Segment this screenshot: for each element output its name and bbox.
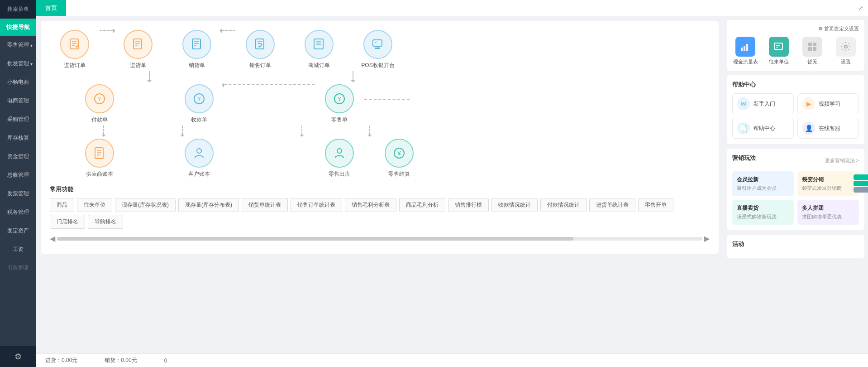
arrow-down-payin: [182, 126, 183, 135]
invoice-label: 发票管理: [7, 190, 29, 198]
sidebar-item-finance[interactable]: 资金管理: [0, 147, 36, 166]
node-sales-order[interactable]: 销售订单: [235, 30, 285, 69]
marketing-header: 营销玩法 更多营销玩法 >: [732, 154, 859, 167]
func-btn-guide-rank[interactable]: 导购排名: [88, 215, 123, 229]
sidebar-item-assets[interactable]: 固定资产: [0, 222, 36, 240]
node-mall-order[interactable]: 商城订单: [294, 30, 344, 69]
help-item-service[interactable]: 👤 在线客服: [797, 118, 859, 139]
flow-card: 进货订单 进货单: [41, 21, 719, 254]
node-purchase-order[interactable]: 进货订单: [50, 30, 100, 69]
node-retail-settle[interactable]: ¥ 零售结算: [374, 139, 424, 178]
sidebar-item-ec-mgmt[interactable]: 电商管理: [0, 92, 36, 110]
customer-account-icon: [185, 139, 214, 168]
node-pos[interactable]: POS收银开台: [353, 30, 403, 69]
node-retail[interactable]: ¥ 零售单: [315, 84, 364, 124]
float-btn-service[interactable]: 客服热线: [854, 174, 868, 180]
node-retail-warehouse[interactable]: 零售出库: [315, 139, 364, 178]
quick-item-partners[interactable]: 往来单位: [766, 37, 792, 65]
func-btn-purchase-stat[interactable]: 进货单统计表: [589, 198, 635, 212]
sidebar-settings[interactable]: ⚙: [0, 346, 36, 367]
svg-rect-15: [314, 39, 323, 49]
more-marketing-link[interactable]: 更多营销玩法 >: [825, 157, 859, 164]
sidebar-search[interactable]: 搜索菜单: [0, 0, 36, 19]
svg-rect-19: [373, 40, 382, 46]
func-btn-store-rank[interactable]: 门店排名: [50, 215, 85, 229]
sidebar-item-wholesale[interactable]: 批发管理 ▾: [0, 54, 36, 73]
help-item-help[interactable]: 📄 帮助中心: [732, 118, 794, 139]
retail-label: 零售单: [331, 116, 348, 124]
main-panel: 进货订单 进货单: [36, 16, 723, 353]
marketing-item-fission[interactable]: 裂变分销 裂变式发展分销商: [797, 171, 859, 196]
cashflow-label: 现金流量表: [733, 58, 758, 65]
customize-btn[interactable]: ⚙ 首页自定义设置: [818, 25, 859, 32]
pos-icon: [363, 30, 392, 59]
content-area: 进货订单 进货单: [36, 16, 868, 353]
func-btn-goods-profit[interactable]: 商品毛利分析: [399, 198, 445, 212]
func-btn-sales-profit[interactable]: 销售毛利分析表: [345, 198, 396, 212]
func-btn-stock1[interactable]: 现存量(库存状况表): [115, 198, 176, 212]
func-btn-payment-stat[interactable]: 付款情况统计: [540, 198, 587, 212]
func-btn-stock2[interactable]: 现存量(库存分布表): [178, 198, 239, 212]
sidebar-item-retail[interactable]: 零售管理 ▾: [0, 36, 36, 54]
settings-icon: ⚙: [14, 352, 22, 361]
fission-sub: 裂变式发展分销商: [802, 185, 854, 192]
finance-label: 资金管理: [7, 153, 29, 160]
func-btn-sales-stat[interactable]: 销货单统计表: [242, 198, 288, 212]
svg-text:¥: ¥: [197, 96, 201, 102]
sidebar-item-ledger[interactable]: 总账管理: [0, 166, 36, 184]
marketing-item-live[interactable]: 直播卖货 场景式购物新玩法: [732, 200, 794, 225]
stat-sales-label: 销货：0.00元: [105, 357, 137, 364]
scroll-right-btn[interactable]: ▶: [704, 234, 710, 243]
node-supplier-account[interactable]: 供应商账本: [75, 139, 124, 178]
stat-purchase-label: 进货：0.00元: [45, 357, 77, 364]
purchase-order-icon: [60, 30, 89, 59]
func-btn-goods[interactable]: 商品: [50, 198, 74, 212]
sidebar-item-inventory[interactable]: 库存核算: [0, 129, 36, 147]
expand-icon[interactable]: ⤢: [858, 5, 863, 12]
func-btn-sales-rank[interactable]: 销售排行榜: [448, 198, 489, 212]
marketing-card: 营销玩法 更多营销玩法 > 会员拉新 吸引用户成为会员 裂变分销 裂变式发展分销…: [727, 149, 864, 230]
svg-rect-22: [375, 42, 377, 43]
scrollbar-track[interactable]: [57, 237, 702, 241]
quick-items: 现金流量表 往来单位 暂无: [732, 37, 859, 65]
live-title: 直播卖货: [737, 204, 789, 212]
svg-rect-29: [95, 148, 103, 159]
sidebar-item-admin[interactable]: 行政管理: [0, 259, 36, 276]
func-btn-retail-order[interactable]: 零售开单: [638, 198, 673, 212]
help-item-beginner[interactable]: ✉ 新手入门: [732, 93, 794, 114]
sidebar-item-purchase[interactable]: 采购管理: [0, 110, 36, 129]
node-customer-account[interactable]: 客户账本: [174, 139, 224, 178]
float-btn-community[interactable]: 服务社区: [854, 181, 868, 186]
sidebar-item-ecommerce[interactable]: 小畅电商: [0, 73, 36, 92]
marketing-item-group[interactable]: 多人拼团 拼团购物享受优惠: [797, 200, 859, 225]
quick-item-settings[interactable]: 设置: [833, 37, 859, 65]
help-item-video[interactable]: ▶ 视频学习: [797, 93, 859, 114]
arrow-down-purchase: [149, 71, 150, 80]
func-btn-partners[interactable]: 往来单位: [77, 198, 112, 212]
marketing-item-member[interactable]: 会员拉新 吸引用户成为会员: [732, 171, 794, 196]
svg-text:¥: ¥: [337, 96, 341, 102]
func-btn-sales-order-stat[interactable]: 销售订单统计表: [291, 198, 342, 212]
tax-label: 税务管理: [7, 208, 29, 216]
node-payment-in[interactable]: ¥ 收款单: [174, 84, 224, 124]
sidebar-item-payroll[interactable]: 工资: [0, 240, 36, 259]
func-btn-receipt-stat[interactable]: 收款情况统计: [491, 198, 538, 212]
quick-item-none[interactable]: 暂无: [799, 37, 825, 65]
sidebar-item-tax[interactable]: 税务管理: [0, 203, 36, 222]
svg-rect-45: [813, 43, 816, 46]
main-area: 首页 ⤢ 进货订单: [36, 0, 868, 367]
sales-icon: [182, 30, 211, 59]
pos-label: POS收银开台: [361, 62, 394, 69]
tab-home[interactable]: 首页: [36, 0, 66, 16]
stat-other: 0: [164, 357, 167, 364]
help-title: 帮助中心: [732, 81, 859, 89]
quick-item-cashflow[interactable]: 现金流量表: [732, 37, 758, 65]
video-icon: ▶: [802, 97, 815, 110]
node-purchase[interactable]: 进货单: [113, 30, 163, 69]
sidebar-item-invoice[interactable]: 发票管理: [0, 184, 36, 203]
node-payment-out[interactable]: ¥ 付款单: [75, 84, 124, 124]
assets-label: 固定资产: [7, 227, 29, 235]
scroll-left-btn[interactable]: ◀: [50, 234, 55, 243]
float-btn-desktop[interactable]: 桌面快捷: [854, 187, 868, 193]
node-sales[interactable]: 销货单: [172, 30, 222, 69]
